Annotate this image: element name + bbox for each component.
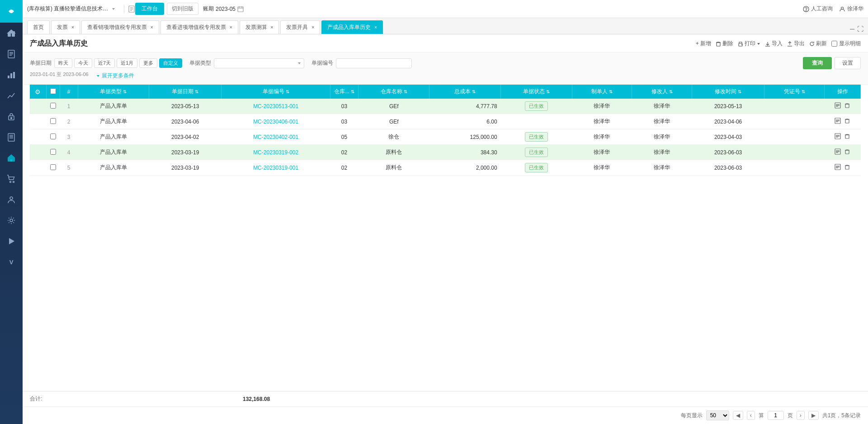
last-page-btn[interactable]: ▶	[808, 411, 819, 420]
type-filter-select[interactable]: 产品入库单	[214, 58, 304, 68]
page-number-input[interactable]: 1	[768, 411, 784, 420]
date-btn-today[interactable]: 今天	[74, 58, 92, 68]
delete-action-btn[interactable]	[843, 117, 851, 126]
col-settings-btn[interactable]: ⚙	[35, 88, 41, 95]
tab-product-stock[interactable]: 产成品入库单历史 ×	[321, 20, 383, 34]
number-link[interactable]: MC-20230513-001	[253, 103, 298, 110]
sidebar-item-play[interactable]	[0, 231, 23, 252]
date-btn-yesterday[interactable]: 昨天	[54, 58, 72, 68]
export-button[interactable]: 导出	[787, 40, 805, 48]
tab-purchase-vat[interactable]: 查看进项增值税专用发票 ×	[160, 20, 238, 34]
sidebar-item-docs[interactable]	[0, 127, 23, 148]
row-checkbox[interactable]	[50, 133, 56, 139]
calendar-icon[interactable]	[237, 6, 244, 12]
number-link[interactable]: MC-20230319-002	[253, 149, 298, 156]
th-date[interactable]: 单据日期⇅	[149, 85, 222, 99]
th-total-cost[interactable]: 总成本⇅	[429, 85, 501, 99]
tab-invoice-issue-close[interactable]: ×	[311, 25, 314, 30]
sidebar-item-purchase[interactable]	[0, 168, 23, 189]
edit-action-btn[interactable]	[834, 101, 842, 111]
tab-sales-vat[interactable]: 查看销项增值税专用发票 ×	[81, 20, 159, 34]
td-checkbox[interactable]	[46, 99, 60, 114]
tab-invoice-issue[interactable]: 发票开具 ×	[280, 20, 320, 34]
row-checkbox[interactable]	[50, 103, 56, 109]
number-link[interactable]: MC-20230319-001	[253, 165, 298, 171]
tab-sales-vat-close[interactable]: ×	[151, 25, 153, 30]
edit-action-btn[interactable]	[834, 148, 842, 157]
sidebar-item-home[interactable]	[0, 23, 23, 43]
th-settings[interactable]: ⚙	[30, 85, 46, 99]
edit-action-btn[interactable]	[834, 163, 842, 172]
user-section[interactable]: 徐泽华	[839, 5, 863, 13]
refresh-button[interactable]: 刷新	[809, 40, 827, 48]
date-btn-custom[interactable]: 自定义	[159, 58, 182, 68]
sidebar-item-settings[interactable]	[0, 210, 23, 231]
select-all-checkbox[interactable]	[50, 88, 56, 94]
import-button[interactable]: 导入	[765, 40, 783, 48]
print-button[interactable]: 打印	[738, 40, 760, 48]
th-status[interactable]: 单据状态⇅	[501, 85, 572, 99]
th-creator[interactable]: 制单人⇅	[572, 85, 632, 99]
row-checkbox[interactable]	[50, 149, 56, 155]
workbench-button[interactable]: 工作台	[135, 3, 164, 15]
per-page-select[interactable]: 20 50 100	[706, 410, 729, 420]
tab-invoice[interactable]: 发票 ×	[51, 20, 80, 34]
edit-action-btn[interactable]	[834, 132, 842, 142]
app-logo[interactable]	[0, 0, 23, 23]
row-checkbox[interactable]	[50, 164, 56, 170]
th-warehouse-name[interactable]: 仓库名称⇅	[358, 85, 429, 99]
th-type[interactable]: 单据类型⇅	[78, 85, 149, 99]
number-link[interactable]: MC-20230402-001	[253, 134, 298, 140]
show-detail-checkbox[interactable]: 显示明细	[831, 40, 861, 48]
expand-more-btn[interactable]: 展开更多条件	[96, 72, 134, 80]
number-link[interactable]: MC-20230406-001	[253, 119, 298, 125]
th-modify-time[interactable]: 修改时间⇅	[692, 85, 764, 99]
sidebar-item-lock[interactable]	[0, 106, 23, 127]
tab-invoice-calc-close[interactable]: ×	[271, 25, 274, 30]
th-number[interactable]: 单据编号⇅	[222, 85, 330, 99]
delete-action-btn[interactable]	[843, 132, 851, 142]
company-selector[interactable]: (库存核算) 直播轻挚通信息技术股份...	[27, 5, 116, 13]
edit-action-btn[interactable]	[834, 117, 842, 126]
td-checkbox[interactable]	[46, 160, 60, 176]
td-checkbox[interactable]	[46, 129, 60, 145]
row-checkbox[interactable]	[50, 118, 56, 124]
th-checkbox[interactable]	[46, 85, 60, 99]
new-button[interactable]: + 新增	[696, 40, 711, 48]
sidebar-item-analytics[interactable]	[0, 64, 23, 85]
settings-button[interactable]: 设置	[835, 57, 861, 69]
delete-action-btn[interactable]	[843, 101, 851, 111]
tab-purchase-vat-close[interactable]: ×	[230, 25, 232, 30]
td-checkbox[interactable]	[46, 145, 60, 160]
th-warehouse-code[interactable]: 仓库...⇅	[330, 85, 358, 99]
th-voucher[interactable]: 凭证号⇅	[764, 85, 825, 99]
switch-button[interactable]: 切到旧版	[167, 3, 198, 15]
sidebar-item-invoice[interactable]	[0, 43, 23, 64]
td-checkbox[interactable]	[46, 114, 60, 129]
show-detail-input[interactable]	[831, 41, 837, 47]
delete-action-btn[interactable]	[843, 148, 851, 157]
query-button[interactable]: 查询	[803, 57, 832, 69]
sidebar-item-person[interactable]	[0, 189, 23, 210]
delete-button[interactable]: 删除	[716, 40, 733, 48]
tab-maximize-button[interactable]: ⛶	[857, 25, 863, 33]
next-page-btn[interactable]: ›	[797, 411, 805, 420]
tab-product-stock-close[interactable]: ×	[374, 25, 377, 30]
sidebar-item-version[interactable]: V	[0, 252, 23, 272]
th-modifier[interactable]: 修改人⇅	[632, 85, 692, 99]
prev-page-btn[interactable]: ‹	[747, 411, 755, 420]
tab-invoice-close[interactable]: ×	[71, 25, 74, 30]
date-btn-7days[interactable]: 近7天	[94, 58, 115, 68]
sidebar-item-inventory[interactable]	[0, 148, 23, 168]
date-btn-1month[interactable]: 近1月	[117, 58, 137, 68]
delete-action-btn[interactable]	[843, 163, 851, 172]
number-filter-input[interactable]	[336, 58, 412, 68]
first-page-btn[interactable]: ◀	[733, 411, 743, 420]
tab-minimize-button[interactable]: ─	[850, 25, 854, 33]
sidebar-item-chart[interactable]	[0, 85, 23, 106]
tab-home[interactable]: 首页	[27, 20, 50, 34]
date-btn-more[interactable]: 更多	[139, 58, 157, 68]
help-section[interactable]: 人工咨询	[803, 5, 833, 13]
td-status: 已生效	[501, 145, 572, 160]
tab-invoice-calc[interactable]: 发票测算 ×	[240, 20, 279, 34]
